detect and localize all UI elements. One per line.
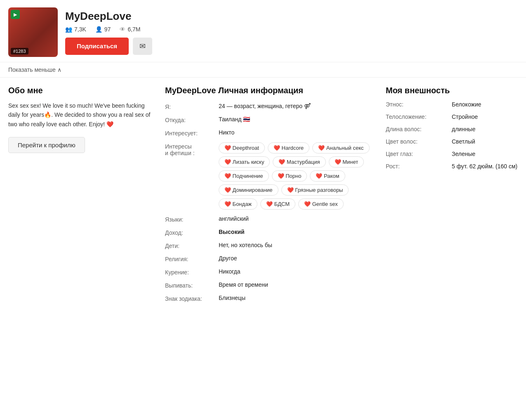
- app-label-eye-color: Цвет глаз:: [386, 151, 452, 157]
- followers-count: 7,3K: [74, 26, 86, 33]
- label-from: Откуда:: [165, 116, 219, 123]
- profile-info: MyDeepLove 👥 7,3K 👤 97 👁 6,7M Подписатьс…: [65, 10, 518, 55]
- about-text: Sex sex sex! We love it so much! We've b…: [8, 101, 153, 129]
- info-row-children: Дети: Нет, но хотелось бы: [165, 242, 373, 249]
- avatar: #1283: [8, 7, 58, 57]
- play-icon: [11, 10, 20, 19]
- label-ya: Я:: [165, 103, 219, 110]
- fetishes-list: ❤️ Deepthroat ❤️ Hardcore ❤️ Анальный се…: [219, 142, 373, 210]
- tag-submission: ❤️ Подчинение: [219, 170, 269, 182]
- label-fetishes: Интересыи фетиши :: [165, 142, 219, 156]
- tag-anal: ❤️ Анальный секс: [312, 142, 370, 153]
- info-row-zodiac: Знак зодиака: Близнецы: [165, 295, 373, 302]
- label-smoking: Курение:: [165, 268, 219, 276]
- tag-bondage: ❤️ Бондаж: [219, 198, 257, 210]
- app-row-ethnicity: Этнос: Белокожие: [386, 101, 518, 108]
- following-count: 97: [104, 26, 111, 33]
- message-button[interactable]: ✉: [133, 38, 152, 55]
- personal-section: MyDeepLove Личная информация Я: 24 — воз…: [165, 86, 386, 308]
- tag-blowjob: ❤️ Минет: [329, 156, 364, 168]
- app-row-hair-length: Длина волос: длинные: [386, 126, 518, 132]
- stat-followers: 👥 7,3K: [65, 26, 86, 33]
- personal-title: MyDeepLove Личная информация: [165, 86, 373, 95]
- value-religion: Другое: [219, 255, 237, 262]
- info-row-from: Откуда: Таиланд 🇹🇭: [165, 116, 373, 123]
- gender-icon: ⚤: [304, 103, 311, 109]
- tag-pussy: ❤️ Лизать киску: [219, 156, 270, 168]
- tag-bdsm: ❤️ БДСМ: [260, 198, 295, 210]
- label-zodiac: Знак зодиака:: [165, 295, 219, 302]
- value-drinking: Время от времени: [219, 281, 268, 288]
- value-languages: английский: [219, 215, 249, 222]
- label-drinking: Выпивать:: [165, 281, 219, 289]
- tag-masturbation: ❤️ Мастурбация: [273, 156, 326, 168]
- app-row-hair-color: Цвет волос: Светлый: [386, 138, 518, 145]
- app-value-height: 5 фут. 62 дюйм. (160 см): [452, 163, 517, 170]
- info-row-drinking: Выпивать: Время от времени: [165, 281, 373, 289]
- appearance-title: Моя внешность: [386, 86, 518, 95]
- label-interest: Интересует:: [165, 129, 219, 137]
- show-less-label: Показать меньше: [8, 66, 56, 73]
- show-less-bar[interactable]: Показать меньше ∧: [0, 62, 526, 78]
- views-count: 6,7M: [127, 26, 140, 33]
- app-value-eye-color: Зеленые: [452, 151, 475, 157]
- tag-domination: ❤️ Доминирование: [219, 184, 278, 196]
- app-label-height: Рост:: [386, 163, 452, 170]
- app-value-hair-length: длинные: [452, 126, 475, 132]
- info-row-ya: Я: 24 — возраст, женщина, гетеро ⚤: [165, 103, 373, 110]
- label-religion: Религия:: [165, 255, 219, 262]
- appearance-section: Моя внешность Этнос: Белокожие Телосложе…: [386, 86, 518, 308]
- avatar-badge: #1283: [11, 48, 28, 54]
- stat-views: 👁 6,7M: [120, 26, 140, 33]
- profile-name: MyDeepLove: [65, 10, 518, 23]
- followers-icon: 👥: [65, 26, 72, 33]
- views-icon: 👁: [120, 26, 125, 33]
- app-value-ethnicity: Белокожие: [452, 101, 481, 108]
- info-row-interest: Интересует: Никто: [165, 129, 373, 137]
- value-smoking: Никогда: [219, 268, 240, 275]
- info-row-smoking: Курение: Никогда: [165, 268, 373, 276]
- profile-actions: Подписаться ✉: [65, 38, 518, 55]
- app-value-hair-color: Светлый: [452, 138, 475, 145]
- app-row-body: Телосложение: Стройное: [386, 113, 518, 120]
- about-title: Обо мне: [8, 86, 153, 95]
- stat-following: 👤 97: [95, 26, 111, 33]
- tag-doggy: ❤️ Раком: [310, 170, 345, 182]
- value-interest: Никто: [219, 129, 234, 136]
- profile-header: #1283 MyDeepLove 👥 7,3K 👤 97 👁 6,7M Подп…: [0, 0, 526, 62]
- profile-stats: 👥 7,3K 👤 97 👁 6,7M: [65, 26, 518, 33]
- info-row-income: Доход: Высокий: [165, 229, 373, 236]
- app-label-hair-color: Цвет волос:: [386, 138, 452, 145]
- value-children: Нет, но хотелось бы: [219, 242, 272, 248]
- following-icon: 👤: [95, 26, 102, 33]
- label-income: Доход:: [165, 229, 219, 236]
- app-label-body: Телосложение:: [386, 113, 452, 120]
- value-income: Высокий: [219, 229, 245, 235]
- tag-hardcore: ❤️ Hardcore: [268, 142, 309, 153]
- app-label-ethnicity: Этнос:: [386, 101, 452, 108]
- tag-gentle: ❤️ Gentle sex: [298, 198, 344, 210]
- tag-porno: ❤️ Порно: [272, 170, 307, 182]
- about-section: Обо мне Sex sex sex! We love it so much!…: [8, 86, 165, 308]
- app-row-eye-color: Цвет глаз: Зеленые: [386, 151, 518, 157]
- tag-dirty-talk: ❤️ Грязные разговоры: [281, 184, 349, 196]
- value-from: Таиланд 🇹🇭: [219, 116, 250, 123]
- main-content: Обо мне Sex sex sex! We love it so much!…: [0, 78, 526, 316]
- profile-button[interactable]: Перейти к профилю: [8, 137, 85, 153]
- value-ya: 24 — возраст, женщина, гетеро ⚤: [219, 103, 311, 109]
- info-row-religion: Религия: Другое: [165, 255, 373, 262]
- subscribe-button[interactable]: Подписаться: [65, 38, 129, 55]
- info-row-fetishes: Интересыи фетиши : ❤️ Deepthroat ❤️ Hard…: [165, 142, 373, 210]
- label-languages: Языки:: [165, 215, 219, 223]
- label-children: Дети:: [165, 242, 219, 249]
- app-value-body: Стройное: [452, 113, 478, 120]
- app-label-hair-length: Длина волос:: [386, 126, 452, 132]
- value-zodiac: Близнецы: [219, 295, 245, 301]
- tag-deepthroat: ❤️ Deepthroat: [219, 142, 265, 153]
- info-row-languages: Языки: английский: [165, 215, 373, 223]
- app-row-height: Рост: 5 фут. 62 дюйм. (160 см): [386, 163, 518, 170]
